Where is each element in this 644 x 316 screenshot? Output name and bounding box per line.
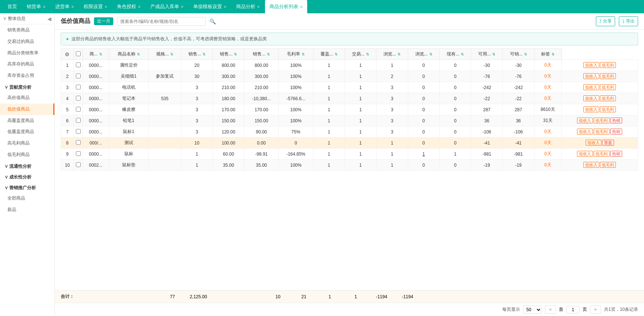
sidebar-item-new-goods[interactable]: 新品 xyxy=(0,204,54,215)
nav-purchase[interactable]: 进货单 ✕ xyxy=(51,0,78,13)
nav-role-close[interactable]: ✕ xyxy=(138,5,141,9)
nav-sales[interactable]: 销货单 ✕ xyxy=(22,0,50,13)
th-name[interactable]: 商品名称⇅ xyxy=(109,49,148,60)
period-tag[interactable]: 近一月 xyxy=(94,17,113,25)
prev-page-btn[interactable]: ＜ xyxy=(545,305,556,314)
nav-analysis[interactable]: 商品分析 ✕ xyxy=(232,0,264,13)
row-checkbox[interactable] xyxy=(76,151,81,156)
cell-checkbox[interactable] xyxy=(74,71,83,82)
row-checkbox[interactable] xyxy=(76,74,81,78)
row-checkbox[interactable] xyxy=(76,140,81,145)
th-spec[interactable]: 规格...⇅ xyxy=(148,49,181,60)
sidebar-item-high-value[interactable]: 高价值商品 xyxy=(0,92,54,103)
sidebar-item-stock-fund[interactable]: 库存资金占用 xyxy=(0,70,54,81)
cell-checkbox[interactable] xyxy=(74,104,83,115)
sidebar-toggle[interactable]: ◀ xyxy=(47,16,51,22)
th-sellable[interactable]: 可销...⇅ xyxy=(503,49,534,60)
th-gross[interactable]: 毛利率⇅ xyxy=(279,49,313,60)
nav-analysis-list-close[interactable]: ✕ xyxy=(300,5,303,9)
next-page-btn[interactable]: ＞ xyxy=(590,305,601,314)
nav-sales-close[interactable]: ✕ xyxy=(43,5,46,9)
th-sales3[interactable]: 销售...⇅ xyxy=(244,49,279,60)
th-sales2[interactable]: 销售...⇅ xyxy=(213,49,244,60)
sidebar-item-all-goods[interactable]: 全部商品 xyxy=(0,193,54,204)
th-browse1[interactable]: 浏览...⇅ xyxy=(376,49,408,60)
nav-analysis-close[interactable]: ✕ xyxy=(257,5,260,9)
export-button[interactable]: ⤵ 导出 xyxy=(619,16,638,26)
row-checkbox[interactable] xyxy=(76,62,81,67)
th-sales1[interactable]: 销售...⇅ xyxy=(181,49,212,60)
th-stock[interactable]: 现有...⇅ xyxy=(439,49,471,60)
sidebar-item-sales-goods[interactable]: 销售类商品 xyxy=(0,24,54,36)
nav-product-stock-close[interactable]: ✕ xyxy=(181,5,184,9)
cell-checkbox[interactable] xyxy=(74,126,83,137)
sidebar-item-category-sales-rate[interactable]: 商品分类销售率 xyxy=(0,47,54,59)
cell-sales2: 300.00 xyxy=(244,71,279,82)
cell-sales1: 800.00 xyxy=(213,60,244,71)
row-checkbox[interactable] xyxy=(76,118,81,123)
cell-browse1[interactable]: 0 xyxy=(408,126,439,137)
th-avail[interactable]: 可用...⇅ xyxy=(471,49,503,60)
cell-checkbox[interactable] xyxy=(74,149,83,160)
select-all-checkbox[interactable] xyxy=(76,51,81,56)
per-page-select[interactable]: 50 100 200 xyxy=(523,306,542,314)
sidebar-group-contribution[interactable]: ∨ 贡献度分析 xyxy=(0,81,54,92)
page-input[interactable] xyxy=(566,306,580,313)
cell-checkbox[interactable] xyxy=(74,160,83,171)
row-checkbox[interactable] xyxy=(76,107,81,112)
sidebar-group-circulation[interactable]: ∨ 流通性分析 xyxy=(0,160,54,171)
cell-browse1[interactable]: 0 xyxy=(408,115,439,126)
cell-checkbox[interactable] xyxy=(74,93,83,104)
nav-permission[interactable]: 权限设置 ✕ xyxy=(79,0,112,13)
row-checkbox[interactable] xyxy=(76,129,81,134)
cell-browse1[interactable]: 0 xyxy=(408,160,439,171)
th-trade[interactable]: 交易...⇅ xyxy=(345,49,376,60)
cell-checkbox[interactable] xyxy=(74,82,83,93)
cell-browse1[interactable]: 0 xyxy=(408,104,439,115)
share-icon: ⤴ xyxy=(599,19,601,24)
th-code[interactable]: 商...⇅ xyxy=(83,49,109,60)
cell-browse1[interactable]: 0 xyxy=(408,137,439,149)
row-checkbox[interactable] xyxy=(76,85,81,89)
cell-avail: -242 xyxy=(503,82,534,93)
nav-analysis-list[interactable]: 商品分析列表 ✕ xyxy=(265,0,307,13)
sidebar-group-growth[interactable]: ∨ 成长性分析 xyxy=(0,171,54,182)
nav-role[interactable]: 角色授权 ✕ xyxy=(113,0,145,13)
sidebar-item-high-coverage[interactable]: 高覆盖度商品 xyxy=(0,115,54,126)
cell-browse1[interactable]: 1 xyxy=(408,149,439,160)
row-checkbox[interactable] xyxy=(76,96,81,101)
cell-checkbox[interactable] xyxy=(74,137,83,149)
search-icon[interactable]: 🔍 xyxy=(209,18,216,24)
cell-checkbox[interactable] xyxy=(74,60,83,71)
sidebar-item-low-value[interactable]: 低价值商品 xyxy=(0,103,54,115)
share-button[interactable]: ⤴ 分享 xyxy=(596,16,615,26)
nav-product-stock[interactable]: 产成品入库单 ✕ xyxy=(146,0,188,13)
sidebar-item-traded-goods[interactable]: 交易过的商品 xyxy=(0,36,54,47)
settings-icon[interactable]: ⚙ xyxy=(65,51,70,57)
nav-purchase-close[interactable]: ✕ xyxy=(71,5,74,9)
nav-template[interactable]: 单据模板设置 ✕ xyxy=(189,0,231,13)
th-gear[interactable]: ⚙ xyxy=(61,49,74,60)
th-checkbox[interactable] xyxy=(74,49,83,60)
cell-browse1[interactable]: 0 xyxy=(408,60,439,71)
sidebar-group-overview[interactable]: ∨ 整体信息 xyxy=(3,16,26,22)
sidebar-item-high-stock[interactable]: 高库存的商品 xyxy=(0,58,54,70)
sidebar-item-low-profit[interactable]: 低毛利商品 xyxy=(0,149,54,160)
sidebar-item-high-profit[interactable]: 高毛利商品 xyxy=(0,137,54,149)
search-input[interactable] xyxy=(117,17,206,26)
sidebar-group-marketing[interactable]: ∨ 营销推广分析 xyxy=(0,182,54,193)
row-checkbox[interactable] xyxy=(76,162,81,167)
cell-browse1[interactable]: 0 xyxy=(408,93,439,104)
sidebar-item-low-coverage[interactable]: 低覆盖度商品 xyxy=(0,126,54,137)
th-browse2[interactable]: 浏览...⇅ xyxy=(408,49,439,60)
cell-checkbox[interactable] xyxy=(74,115,83,126)
nav-permission-close[interactable]: ✕ xyxy=(104,5,107,9)
nav-template-close[interactable]: ✕ xyxy=(224,5,227,9)
cell-browse1[interactable]: 0 xyxy=(408,71,439,82)
nav-home[interactable]: 首页 xyxy=(3,0,21,13)
cell-browse1[interactable]: 0 xyxy=(408,82,439,93)
browse-link[interactable]: 1 xyxy=(422,152,425,157)
tag-label: 热销 xyxy=(610,129,622,135)
th-tags[interactable]: 标签⇅ xyxy=(534,49,561,60)
th-cover[interactable]: 覆盖...⇅ xyxy=(313,49,345,60)
